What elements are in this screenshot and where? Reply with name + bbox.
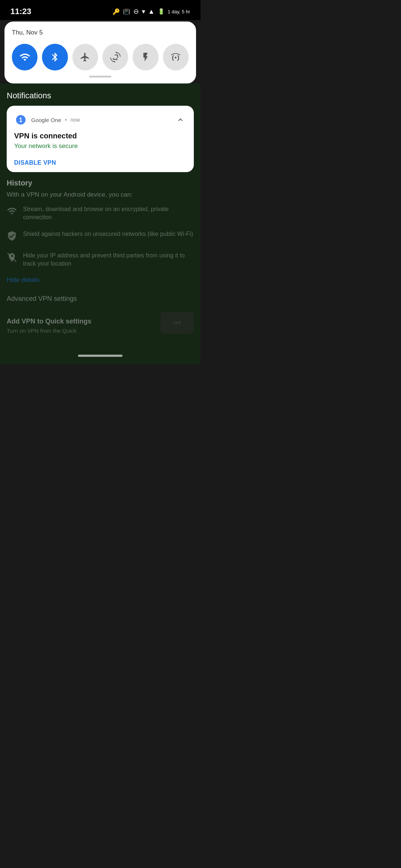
notif-header: 1 Google One • now — [14, 113, 186, 126]
feature-item-2: Shield against hackers on unsecured netw… — [7, 230, 194, 243]
notif-app-row: 1 Google One • now — [14, 113, 80, 126]
vpn-key-icon: 🔑 — [113, 8, 120, 15]
feature-text-2: Shield against hackers on unsecured netw… — [23, 230, 193, 238]
history-section: History With a VPN on your Android devic… — [7, 179, 194, 198]
svg-text:1: 1 — [19, 116, 22, 123]
home-indicator — [78, 355, 123, 357]
status-bar: 11:23 🔑 📳 ⊖ ▾ ▲ 🔋 1 day, 5 hr — [0, 0, 200, 20]
wifi-private-icon — [7, 206, 18, 218]
toggle-wifi[interactable] — [12, 44, 38, 70]
add-vpn-subtitle: Turn on VPN from the Quick — [7, 328, 91, 334]
advanced-vpn-label: Advanced VPN settings — [7, 295, 194, 303]
quick-settings-panel: Thu, Nov 5 — [4, 22, 196, 83]
notif-time: now — [71, 117, 80, 123]
notifications-label: Notifications — [7, 91, 194, 101]
toggle-hotspot[interactable] — [163, 44, 189, 70]
signal-icon: ▲ — [148, 8, 155, 16]
feature-item-1: Stream, download and browse on an encryp… — [7, 205, 194, 222]
qs-top-row: Thu, Nov 5 — [12, 29, 189, 36]
toggle-autorotate[interactable] — [102, 44, 128, 70]
dnd-icon: ⊖ — [133, 7, 139, 16]
battery-icon: 🔋 — [158, 8, 165, 15]
notif-title: VPN is connected — [14, 132, 186, 140]
notif-app-name: Google One — [31, 117, 61, 123]
drag-handle — [12, 76, 189, 78]
hide-details-link[interactable]: Hide details — [7, 276, 194, 284]
feature-text-1: Stream, download and browse on an encryp… — [23, 205, 194, 222]
notifications-section: Notifications 1 Google One • now — [0, 83, 200, 175]
feature-item-3: Hide your IP address and prevent third p… — [7, 251, 194, 268]
notif-subtitle: Your network is secure — [14, 142, 186, 150]
add-vpn-section: Add VPN to Quick settings Turn on VPN fr… — [7, 312, 194, 334]
vpn-thumb: card — [160, 312, 194, 334]
status-icons: 🔑 📳 ⊖ ▾ ▲ 🔋 1 day, 5 hr — [113, 7, 190, 16]
add-vpn-text: Add VPN to Quick settings Turn on VPN fr… — [7, 318, 91, 334]
wifi-status-icon: ▾ — [142, 7, 145, 16]
qs-toggles — [12, 44, 189, 70]
bg-content-area: History With a VPN on your Android devic… — [0, 179, 200, 334]
feature-text-3: Hide your IP address and prevent third p… — [23, 251, 194, 268]
shield-check-icon — [7, 231, 18, 243]
google-one-icon: 1 — [14, 113, 27, 126]
toggle-airplane[interactable] — [72, 44, 98, 70]
add-vpn-title: Add VPN to Quick settings — [7, 318, 91, 325]
history-label: History — [7, 179, 194, 187]
battery-label: 1 day, 5 hr — [168, 9, 190, 14]
location-off-icon — [7, 252, 18, 265]
notification-card: 1 Google One • now VPN is connected Your… — [7, 106, 194, 172]
nav-bar — [0, 349, 200, 364]
toggle-flashlight[interactable] — [133, 44, 158, 70]
vibrate-icon: 📳 — [123, 8, 130, 15]
qs-date: Thu, Nov 5 — [12, 29, 43, 36]
history-summary: With a VPN on your Android device, you c… — [7, 191, 194, 198]
disable-vpn-button[interactable]: Disable VPN — [14, 160, 186, 166]
toggle-bluetooth[interactable] — [42, 44, 68, 70]
notif-dot: • — [65, 117, 67, 123]
status-time: 11:23 — [10, 7, 31, 16]
notif-collapse-button[interactable] — [175, 114, 186, 126]
